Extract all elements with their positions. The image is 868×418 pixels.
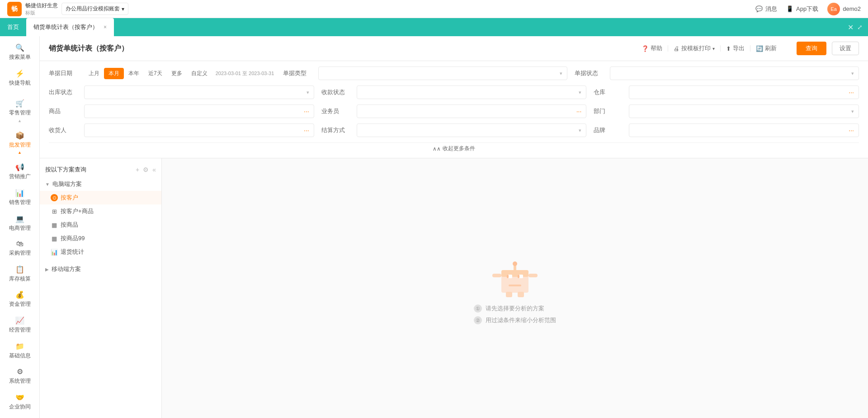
sidebar: 🔍 搜索菜单 ⚡ 快捷导航 🛒 零售管理 ▲ 📦 批发管理 ▲ 📢 营销推广 📊… bbox=[0, 36, 40, 418]
collapse-bar[interactable]: ∧∧ 收起更多条件 bbox=[49, 142, 859, 156]
dept-chevron: ▾ bbox=[851, 109, 854, 114]
sales-icon: 📊 bbox=[15, 189, 24, 197]
warehouse-label: 仓库 bbox=[594, 88, 625, 96]
account-dropdown[interactable]: 办公用品行业模拟账套 ▾ bbox=[61, 3, 128, 15]
tab-controls: ✕ ⤢ bbox=[848, 23, 868, 32]
out-status-chevron: ▾ bbox=[307, 90, 309, 95]
collapse-label: 收起更多条件 bbox=[443, 145, 475, 152]
tree-item-by-goods[interactable]: ▦ 按商品 bbox=[40, 218, 161, 232]
date-7-btn[interactable]: 近7天 bbox=[144, 68, 167, 79]
page-title: 销货单统计表（按客户） bbox=[49, 44, 128, 53]
goods-dots: ··· bbox=[304, 108, 309, 115]
hint-num-1: ① bbox=[474, 304, 482, 313]
out-status-dropdown[interactable]: ▾ bbox=[84, 86, 314, 99]
payment-chevron: ▾ bbox=[579, 128, 581, 133]
brand-input[interactable]: ··· bbox=[629, 124, 859, 137]
date-year-btn[interactable]: 本年 bbox=[124, 68, 144, 79]
expand-icon-2: ▲ bbox=[18, 150, 22, 155]
maximize-icon[interactable]: ⤢ bbox=[857, 24, 863, 31]
date-filter: 上月 本月 本年 近7天 更多 自定义 2023-03-01 至 2023-03… bbox=[84, 68, 274, 79]
sidebar-item-purchase[interactable]: 🛍 采购管理 bbox=[2, 236, 38, 261]
date-curr-btn[interactable]: 本月 bbox=[104, 68, 124, 79]
tab-sales-stats[interactable]: 销货单统计表（按客户） × bbox=[26, 18, 114, 36]
warehouse-input[interactable]: ··· bbox=[629, 86, 859, 99]
goods-input[interactable]: ··· bbox=[84, 104, 314, 118]
sidebar-item-wholesale[interactable]: 📦 批发管理 ▲ bbox=[2, 128, 38, 159]
collapse-panel-icon[interactable]: « bbox=[152, 166, 156, 173]
sidebar-item-sales[interactable]: 📊 销售管理 bbox=[2, 185, 38, 210]
wholesale-icon: 📦 bbox=[15, 131, 24, 140]
avatar: Ea bbox=[827, 3, 840, 15]
date-more-btn[interactable]: 更多 bbox=[167, 68, 187, 79]
tree-item-returns[interactable]: 📊 退货统计 bbox=[40, 245, 161, 259]
sidebar-item-quick-nav[interactable]: ⚡ 快捷导航 bbox=[2, 66, 38, 90]
receipt-status-dropdown[interactable]: ▾ bbox=[357, 86, 587, 99]
basic-info-icon: 📁 bbox=[15, 342, 24, 351]
filter-receipt-status: 收款状态 ▾ bbox=[321, 86, 587, 99]
recipient-input[interactable]: ··· bbox=[84, 124, 314, 137]
payment-dropdown[interactable]: ▾ bbox=[357, 124, 587, 137]
date-custom-btn[interactable]: 自定义 bbox=[187, 68, 212, 79]
settings-button[interactable]: 设置 bbox=[832, 42, 859, 55]
sidebar-item-enterprise[interactable]: 🤝 企业协同 bbox=[2, 390, 38, 414]
tree-group-pc[interactable]: ▼ 电脑端方案 bbox=[40, 177, 161, 191]
refresh-icon: 🔄 bbox=[756, 45, 763, 52]
filter-row-2: 出库状态 ▾ 收款状态 ▾ 仓库 bbox=[49, 86, 859, 99]
sidebar-item-search[interactable]: 🔍 搜索菜单 bbox=[2, 40, 38, 65]
add-scheme-icon[interactable]: + bbox=[136, 166, 139, 173]
sidebar-item-operations[interactable]: 📈 经营管理 bbox=[2, 313, 38, 337]
svg-rect-1 bbox=[501, 270, 528, 277]
tree-group-mobile[interactable]: ▶ 移动端方案 bbox=[40, 262, 161, 276]
sidebar-item-finance[interactable]: 💰 资金管理 bbox=[2, 287, 38, 312]
marketing-icon: 📢 bbox=[15, 163, 24, 171]
filter-brand: 品牌 ··· bbox=[594, 124, 859, 137]
salesperson-label: 业务员 bbox=[321, 107, 353, 115]
sidebar-item-inventory[interactable]: 📋 库存核算 bbox=[2, 261, 38, 286]
sidebar-item-system[interactable]: ⚙ 系统管理 bbox=[2, 364, 38, 389]
export-button[interactable]: ⬆ 导出 bbox=[726, 44, 745, 52]
dept-dropdown[interactable]: ▾ bbox=[629, 104, 859, 118]
filter-payment: 结算方式 ▾ bbox=[321, 124, 587, 137]
filter-panel: 单据日期 上月 本月 本年 近7天 更多 自定义 2023-03-01 至 20… bbox=[40, 61, 868, 158]
sidebar-item-guide[interactable]: 🎯 新手引导 bbox=[2, 415, 38, 418]
right-content: ① 请先选择要分析的方案 ② 用过滤条件来缩小分析范围 bbox=[162, 158, 868, 418]
user-profile[interactable]: Ea demo2 bbox=[827, 3, 861, 15]
tree-item-by-goods-99[interactable]: ▦ 按商品99 bbox=[40, 232, 161, 245]
sidebar-item-ecommerce[interactable]: 💻 电商管理 bbox=[2, 211, 38, 236]
tab-close-icon[interactable]: × bbox=[104, 24, 107, 30]
print-button[interactable]: 🖨 按模板打印 ▾ bbox=[674, 44, 715, 52]
doc-status-label: 单据状态 bbox=[575, 69, 606, 77]
receipt-status-chevron: ▾ bbox=[579, 90, 581, 95]
tab-home[interactable]: 首页 bbox=[0, 18, 26, 36]
topbar-right: 💬 消息 📱 App下载 Ea demo2 bbox=[755, 3, 861, 15]
tree-mobile-expand-icon: ▶ bbox=[45, 267, 49, 272]
doc-type-chevron: ▾ bbox=[560, 71, 562, 76]
search-icon: 🔍 bbox=[15, 43, 24, 52]
sidebar-item-basic-info[interactable]: 📁 基础信息 bbox=[2, 338, 38, 363]
operations-icon: 📈 bbox=[15, 316, 24, 325]
tree-item-customer-goods[interactable]: ⊞ 按客户+商品 bbox=[40, 204, 161, 218]
message-icon: 💬 bbox=[755, 5, 763, 12]
topbar-left: 畅 畅捷信好生意 标版 办公用品行业模拟账套 ▾ bbox=[7, 2, 128, 16]
sidebar-item-retail[interactable]: 🛒 零售管理 ▲ bbox=[2, 95, 38, 127]
date-label: 单据日期 bbox=[49, 69, 80, 77]
sidebar-item-marketing[interactable]: 📢 营销推广 bbox=[2, 159, 38, 184]
message-button[interactable]: 💬 消息 bbox=[755, 5, 777, 13]
scheme-settings-icon[interactable]: ⚙ bbox=[143, 166, 149, 173]
filter-warehouse: 仓库 ··· bbox=[594, 86, 859, 99]
app-download-button[interactable]: 📱 App下载 bbox=[786, 5, 818, 13]
refresh-button[interactable]: 🔄 刷新 bbox=[756, 44, 777, 52]
divider-1 bbox=[668, 45, 668, 52]
date-prev-btn[interactable]: 上月 bbox=[84, 68, 104, 79]
help-button[interactable]: ❓ 帮助 bbox=[642, 44, 662, 52]
doc-type-label: 单据类型 bbox=[283, 69, 315, 77]
divider-3 bbox=[750, 45, 750, 52]
divider-2 bbox=[720, 45, 721, 52]
content-area: 销货单统计表（按客户） ❓ 帮助 🖨 按模板打印 ▾ ⬆ 导出 bbox=[40, 36, 868, 418]
doc-status-dropdown[interactable]: ▾ bbox=[610, 66, 859, 80]
query-button[interactable]: 查询 bbox=[797, 42, 826, 55]
tree-item-by-customer[interactable]: ⊙ 按客户 bbox=[40, 191, 161, 204]
salesperson-input[interactable]: ··· bbox=[357, 104, 587, 118]
doc-type-dropdown[interactable]: ▾ bbox=[318, 66, 567, 80]
close-window-icon[interactable]: ✕ bbox=[848, 23, 854, 32]
